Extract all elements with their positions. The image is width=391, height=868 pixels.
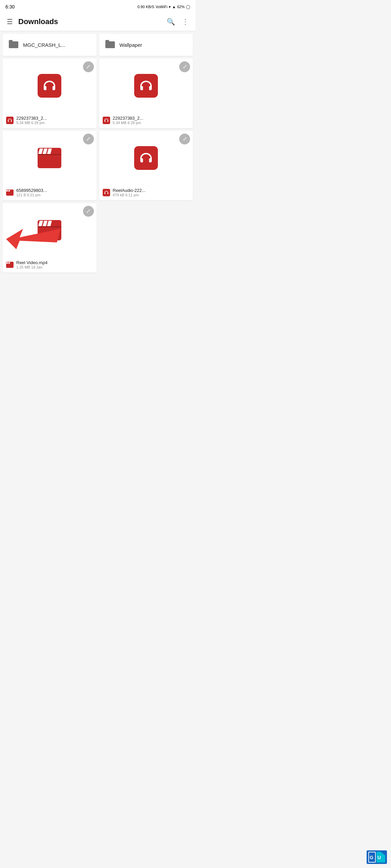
app-bar: ☰ Downloads 🔍 ⋮ [0,12,196,31]
file-info: 65899529803... 121 B 6:21 pm [3,185,97,200]
file-name: ReelAudio-222... [113,188,146,193]
expand-button[interactable]: ⤢ [83,206,94,217]
file-meta: ReelAudio-222... 479 kB 6:11 pm [113,188,146,197]
file-preview: ⤢ [3,203,97,257]
signal-icon: ▲ [172,5,176,9]
file-item-audio-3[interactable]: ⤢ ReelAudio-222... 479 kB 6:11 pm [99,131,193,200]
file-name: 229237383_2... [113,116,143,121]
file-info: Reel Video.mp4 1.25 MB 18 Jan [3,257,97,273]
more-options-button[interactable]: ⋮ [179,16,191,28]
expand-icon: ⤢ [183,136,187,142]
folder-name-wallpaper: Wallpaper [120,42,142,48]
expand-icon: ⤢ [86,209,90,214]
file-item-audio-2[interactable]: ⤢ 229237383_2... 5.34 MB 6:28 pm [99,59,193,128]
file-item-audio-1[interactable]: ⤢ 229237383_2... 5.34 MB 6:28 pm [3,59,97,128]
expand-icon: ⤢ [183,64,187,70]
file-preview: ⤢ [3,131,97,185]
battery-level: 62% [177,5,185,9]
audio-file-icon [38,74,61,98]
expand-button[interactable]: ⤢ [83,134,94,144]
folder-icon [8,39,19,51]
file-item-video-2[interactable]: ⤢ [3,203,97,273]
expand-button[interactable]: ⤢ [179,134,190,144]
file-thumb-icon [103,189,110,196]
search-button[interactable]: 🔍 [164,16,178,28]
search-icon: 🔍 [167,18,175,25]
file-details: 5.34 MB 6:28 pm [16,121,47,125]
file-meta: 229237383_2... 5.34 MB 6:28 pm [16,116,47,125]
file-preview: ⤢ [3,59,97,113]
file-details: 5.34 MB 6:28 pm [113,121,143,125]
file-thumb-icon [6,190,14,196]
status-icons: 0.90 KB/S VoWiFi ▾ ▲ 62% ◯ [138,5,190,9]
expand-button[interactable]: ⤢ [83,61,94,72]
speed-indicator: 0.90 KB/S [138,5,155,9]
file-thumb-icon [6,117,14,124]
battery-icon: ◯ [186,5,190,9]
file-info: ReelAudio-222... 479 kB 6:11 pm [99,185,193,200]
vowifi-indicator: VoWiFi [156,5,167,9]
menu-button[interactable]: ☰ [4,16,16,28]
status-time: 6:30 [5,4,15,9]
file-name: 65899529803... [16,188,47,193]
file-details: 1.25 MB 18 Jan [16,265,47,269]
video-file-icon [38,220,61,240]
more-icon: ⋮ [182,18,189,25]
hamburger-icon: ☰ [7,18,13,25]
folder-item-wallpaper[interactable]: Wallpaper [99,34,193,56]
file-thumb-icon [6,262,14,268]
file-preview: ⤢ [99,131,193,185]
folder-name-mgc: MGC_CRASH_L... [23,42,65,48]
folder-item-mgc[interactable]: MGC_CRASH_L... [3,34,97,56]
audio-file-icon [134,146,158,170]
wifi-icon: ▾ [169,5,171,9]
expand-icon: ⤢ [86,64,90,70]
file-item-video-1[interactable]: ⤢ 6 [3,131,97,200]
expand-button[interactable]: ⤢ [179,61,190,72]
file-details: 479 kB 6:11 pm [113,193,146,197]
video-file-icon [38,148,61,168]
file-meta: Reel Video.mp4 1.25 MB 18 Jan [16,260,47,269]
expand-icon: ⤢ [86,136,90,142]
file-thumb-icon [103,117,110,124]
audio-file-icon [134,74,158,98]
file-info: 229237383_2... 5.34 MB 6:28 pm [3,113,97,128]
file-details: 121 B 6:21 pm [16,193,47,197]
file-preview: ⤢ [99,59,193,113]
file-meta: 65899529803... 121 B 6:21 pm [16,188,47,197]
status-bar: 6:30 0.90 KB/S VoWiFi ▾ ▲ 62% ◯ [0,0,196,12]
app-bar-actions: 🔍 ⋮ [164,16,191,28]
file-info: 229237383_2... 5.34 MB 6:28 pm [99,113,193,128]
folder-icon [105,39,116,51]
file-grid: MGC_CRASH_L... Wallpaper ⤢ [0,31,196,275]
file-name: 229237383_2... [16,116,47,121]
file-meta: 229237383_2... 5.34 MB 6:28 pm [113,116,143,125]
file-name: Reel Video.mp4 [16,260,47,265]
page-title: Downloads [18,17,164,26]
